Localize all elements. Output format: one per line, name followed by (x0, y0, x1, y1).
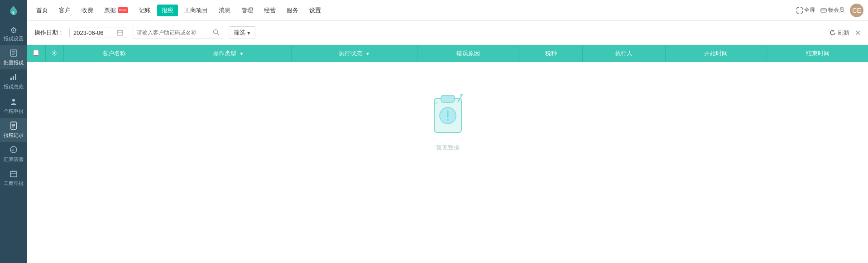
sidebar-logo (0, 0, 27, 23)
refresh-icon (830, 29, 836, 36)
svg-point-24 (214, 29, 218, 34)
member-icon (820, 7, 827, 14)
search-wrap (133, 27, 223, 39)
th-executor: 执行人 (583, 45, 665, 62)
annual-report-icon (10, 170, 18, 179)
th-end-time: 结束时间 (767, 45, 868, 62)
search-input[interactable] (133, 27, 209, 38)
th-op-type[interactable]: 操作类型 ▼ (165, 45, 292, 62)
personal-tax-icon (10, 97, 18, 107)
search-button[interactable] (209, 27, 223, 39)
th-start-time: 开始时间 (665, 45, 767, 62)
nav-item-customer[interactable]: 客户 (54, 5, 75, 16)
th-tax-type: 税种 (519, 45, 583, 62)
date-input[interactable] (73, 29, 114, 36)
date-label: 操作日期： (34, 29, 64, 37)
sort-icon-exec-status: ▼ (365, 51, 370, 56)
svg-rect-6 (15, 74, 16, 80)
nav-item-account[interactable]: 记账 (134, 5, 155, 16)
close-button[interactable]: ✕ (855, 29, 861, 37)
sidebar-item-tax-overview-label: 报税总览 (4, 84, 24, 90)
nav-item-home[interactable]: 首页 (32, 5, 53, 16)
svg-rect-14 (10, 171, 17, 177)
svg-rect-28 (441, 95, 455, 102)
sidebar-item-tax-overview[interactable]: 报税总览 (0, 69, 27, 93)
sidebar-item-batch-tax[interactable]: 批量报税 (0, 45, 27, 69)
user-avatar[interactable]: CE (850, 4, 863, 17)
sidebar-item-tax-settings[interactable]: ⚙ 报税设置 (0, 23, 27, 45)
select-all-checkbox[interactable] (33, 50, 39, 56)
th-exec-status[interactable]: 执行状态 ▼ (291, 45, 417, 62)
tax-record-icon (10, 122, 18, 131)
toolbar: 操作日期： 筛选 (27, 21, 868, 45)
nav-item-business[interactable]: 工商项目 (180, 5, 212, 16)
member-button[interactable]: 畅会员 (820, 6, 844, 14)
svg-marker-35 (460, 94, 463, 96)
sidebar-item-batch-tax-label: 批量报税 (4, 60, 24, 66)
th-checkbox[interactable] (27, 45, 45, 62)
svg-line-25 (217, 33, 219, 35)
column-settings-icon (51, 50, 58, 56)
th-error-reason: 错误原因 (417, 45, 519, 62)
calendar-icon (117, 29, 123, 36)
refresh-button[interactable]: 刷新 (830, 29, 849, 37)
tax-overview-icon (10, 73, 18, 83)
nav-item-billing[interactable]: 收费 (77, 5, 98, 16)
sidebar-item-personal-tax-label: 个税申报 (4, 108, 24, 114)
svg-text:¥: ¥ (11, 148, 14, 152)
th-settings[interactable] (45, 45, 63, 62)
svg-point-32 (435, 102, 438, 104)
sidebar: ⚙ 报税设置 批量报税 报税总览 (0, 0, 27, 263)
svg-point-26 (53, 52, 55, 54)
batch-tax-icon (10, 49, 18, 58)
sidebar-item-tax-settings-label: 报税设置 (4, 36, 24, 42)
sidebar-item-personal-tax[interactable]: 个税申报 (0, 94, 27, 118)
empty-text: 暂无数据 (436, 144, 460, 152)
svg-rect-4 (10, 78, 12, 80)
main-content: 首页 客户 收费 票据 new 记账 报税 工商项目 消息 (27, 0, 868, 263)
sidebar-item-settlement-label: 汇算清缴 (4, 156, 24, 162)
sort-icon-op-type: ▼ (239, 51, 244, 56)
sidebar-item-tax-record[interactable]: 报税记录 (0, 118, 27, 142)
nav-item-manage[interactable]: 管理 (237, 5, 258, 16)
sidebar-item-annual-report-label: 工商年报 (4, 180, 24, 186)
page-area: 操作日期： 筛选 (27, 21, 868, 263)
sidebar-item-annual-report[interactable]: 工商年报 (0, 166, 27, 190)
data-table: 客户名称 操作类型 ▼ 执行状态 ▼ 错误原因 (27, 45, 868, 62)
settlement-icon: ¥ (10, 146, 18, 155)
empty-state: 暂无数据 (27, 62, 868, 179)
top-nav-right: 全屏 畅会员 CE (796, 4, 863, 17)
svg-rect-20 (117, 30, 123, 35)
filter-button[interactable]: 筛选 ▾ (229, 26, 255, 39)
svg-point-31 (447, 119, 449, 121)
svg-point-7 (12, 99, 15, 102)
nav-item-tax[interactable]: 报税 (157, 5, 178, 16)
th-customer: 客户名称 (63, 45, 165, 62)
empty-state-illustration (425, 89, 470, 139)
search-icon (213, 29, 219, 35)
top-nav: 首页 客户 收费 票据 new 记账 报税 工商项目 消息 (27, 0, 868, 21)
fullscreen-button[interactable]: 全屏 (796, 6, 815, 14)
nav-item-service[interactable]: 服务 (282, 5, 303, 16)
table-header-row: 客户名称 操作类型 ▼ 执行状态 ▼ 错误原因 (27, 45, 868, 62)
nav-item-invoice[interactable]: 票据 new (100, 5, 133, 16)
nav-item-settings[interactable]: 设置 (305, 5, 326, 16)
chevron-down-icon: ▾ (247, 29, 250, 36)
sidebar-item-tax-record-label: 报税记录 (4, 132, 24, 138)
svg-rect-18 (821, 9, 826, 12)
fullscreen-icon (796, 7, 803, 14)
nav-items: 首页 客户 收费 票据 new 记账 报税 工商项目 消息 (32, 5, 796, 16)
date-picker[interactable] (69, 28, 127, 38)
table-wrap: 客户名称 操作类型 ▼ 执行状态 ▼ 错误原因 (27, 45, 868, 263)
sidebar-item-settlement[interactable]: ¥ 汇算清缴 (0, 142, 27, 166)
tax-settings-icon: ⚙ (10, 26, 17, 34)
nav-item-finance[interactable]: 经营 (259, 5, 280, 16)
svg-rect-5 (13, 76, 14, 80)
nav-item-message[interactable]: 消息 (214, 5, 235, 16)
new-badge: new (118, 7, 128, 13)
